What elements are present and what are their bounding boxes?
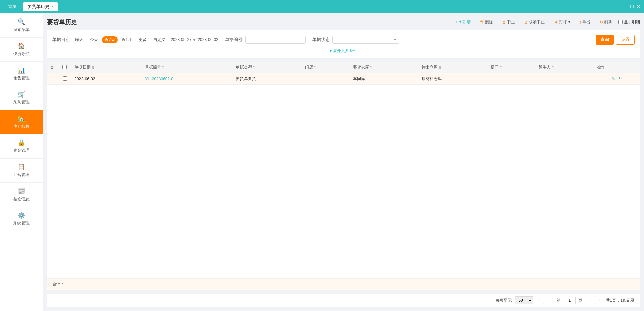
refresh-button[interactable]: ↻ 刷新 xyxy=(596,17,615,27)
finance-icon: 🔒 xyxy=(18,139,25,146)
date-tab-last7days[interactable]: 近7天 xyxy=(102,36,118,43)
status-select[interactable] xyxy=(332,36,399,44)
doc-number-link[interactable]: YH-20230602-0 xyxy=(145,77,173,81)
stop-button[interactable]: ⊗ 中止 xyxy=(499,17,518,27)
page-label: 第 xyxy=(557,298,561,303)
date-tab-more[interactable]: 更多 xyxy=(136,36,149,43)
cancel-stop-button[interactable]: ⊘ 取消中止 xyxy=(521,17,548,27)
page-header: 要货单历史 ＋ + 新增 🗑 删除 ⊗ 中止 ⊘ 取消中止 xyxy=(47,17,640,27)
sort-request-warehouse-icon[interactable]: ⇅ xyxy=(370,65,373,69)
tab-close-icon[interactable]: × xyxy=(51,4,54,9)
expand-down-icon: ▾ xyxy=(330,49,332,53)
sidebar-item-label: 系统管理 xyxy=(13,220,30,226)
expand-label: 展开更多条件 xyxy=(333,48,357,54)
sidebar-item-purchase-mgmt[interactable]: 🛒 采购管理 xyxy=(0,86,43,110)
stop-icon: ⊗ xyxy=(502,20,506,25)
plus-icon: ＋ xyxy=(454,19,458,25)
doc-number-input[interactable] xyxy=(245,36,306,44)
sort-handler-icon[interactable]: ⇅ xyxy=(552,65,555,69)
sort-pending-warehouse-icon[interactable]: ⇅ xyxy=(439,65,441,69)
sort-doc-date-icon[interactable]: ⇅ xyxy=(92,65,94,69)
export-icon: ↑ xyxy=(579,20,581,25)
delete-icon: 🗑 xyxy=(480,20,484,25)
date-tab-custom[interactable]: 自定义 xyxy=(151,36,168,43)
date-range-value: 2023-05-27 至 2023-06-02 xyxy=(171,37,218,43)
doc-number-label: 单据编号 xyxy=(225,37,243,43)
top-bar: 首页 要货单历史 × — □ × xyxy=(0,0,644,13)
maximize-icon[interactable]: □ xyxy=(630,4,634,10)
more-action-icon[interactable]: ⠿ xyxy=(619,76,622,82)
sidebar-item-label: 经营管理 xyxy=(13,172,30,178)
inventory-icon: 🏡 xyxy=(18,115,25,122)
date-tab-today[interactable]: 今天 xyxy=(87,36,101,43)
per-page-select[interactable]: 50 100 xyxy=(515,296,533,304)
sort-doc-number-icon[interactable]: ⇅ xyxy=(162,65,165,69)
new-label: + 新增 xyxy=(459,19,471,25)
tab-home[interactable]: 首页 xyxy=(4,2,21,11)
sidebar-item-finance-mgmt[interactable]: 🔒 资金管理 xyxy=(0,134,43,159)
sidebar-item-sys-mgmt[interactable]: ⚙️ 系统管理 xyxy=(0,207,43,231)
col-dept: 部门 ⇅ xyxy=(487,62,535,73)
print-dropdown-icon: ▾ xyxy=(568,20,570,24)
edit-action-icon[interactable]: ✎ xyxy=(612,76,616,82)
sidebar-item-ops-mgmt[interactable]: 📋 经营管理 xyxy=(0,159,43,183)
sidebar: 🔍 搜索菜单 🏠 快捷导航 📊 销售管理 🛒 采购管理 🏡 库存核算 🔒 资金管… xyxy=(0,13,43,311)
select-all-checkbox[interactable] xyxy=(62,65,67,69)
base-info-icon: 📰 xyxy=(18,187,25,195)
cell-request-warehouse: 车间库 xyxy=(350,73,418,85)
summary-label: 合计： xyxy=(52,281,64,287)
cell-store xyxy=(302,73,350,85)
cell-checkbox xyxy=(59,73,71,85)
new-button[interactable]: ＋ + 新增 xyxy=(451,17,474,27)
sidebar-item-label: 资金管理 xyxy=(13,148,30,153)
cell-doc-number: YH-20230602-0 xyxy=(142,73,232,85)
sidebar-item-sales-mgmt[interactable]: 📊 销售管理 xyxy=(0,62,43,86)
minimize-icon[interactable]: — xyxy=(622,4,627,10)
show-detail-toggle[interactable]: 显示明细 xyxy=(618,19,640,25)
row-checkbox[interactable] xyxy=(63,76,67,81)
cell-actions: ✎ ⠿ xyxy=(594,73,640,85)
sidebar-item-label: 库存核算 xyxy=(13,124,30,129)
export-label: 导出 xyxy=(582,19,590,25)
window-controls: — □ × xyxy=(622,4,640,10)
sidebar-item-inventory[interactable]: 🏡 库存核算 xyxy=(0,110,43,134)
sidebar-item-search-menu[interactable]: 🔍 搜索菜单 xyxy=(0,13,43,38)
delete-button[interactable]: 🗑 删除 xyxy=(477,17,496,27)
purchase-icon: 🛒 xyxy=(18,91,25,98)
main-layout: 🔍 搜索菜单 🏠 快捷导航 📊 销售管理 🛒 采购管理 🏡 库存核算 🔒 资金管… xyxy=(0,13,644,311)
ops-icon: 📋 xyxy=(18,163,25,171)
date-filter-label: 单据日期 xyxy=(52,37,70,43)
query-button[interactable]: 查询 xyxy=(596,35,614,45)
sidebar-item-base-info[interactable]: 📰 基础信息 xyxy=(0,183,43,207)
first-page-button[interactable]: « xyxy=(536,297,544,304)
expand-button[interactable]: ▾ 展开更多条件 xyxy=(330,48,357,54)
print-button[interactable]: 🖨 打印 ▾ xyxy=(551,17,573,27)
sidebar-item-label: 销售管理 xyxy=(13,75,30,81)
sidebar-item-quick-nav[interactable]: 🏠 快捷导航 xyxy=(0,38,43,62)
last-page-button[interactable]: » xyxy=(595,297,603,304)
sort-doc-type-icon[interactable]: ⇅ xyxy=(253,65,256,69)
sidebar-item-label: 采购管理 xyxy=(13,99,30,105)
date-filter: 单据日期 昨天 今天 近7天 近1月 更多 自定义 2023-05-27 至 2… xyxy=(52,36,218,43)
show-detail-checkbox[interactable] xyxy=(618,20,623,24)
sort-store-icon[interactable]: ⇅ xyxy=(314,65,317,69)
date-tab-yesterday[interactable]: 昨天 xyxy=(72,36,86,43)
footer-summary: 合计： xyxy=(47,278,640,290)
col-pending-warehouse: 待出仓库 ⇅ xyxy=(418,62,488,73)
settings-button[interactable]: 设置 xyxy=(616,35,635,45)
sales-icon: 📊 xyxy=(18,66,25,74)
close-window-icon[interactable]: × xyxy=(637,4,640,10)
tab-purchase-history[interactable]: 要货单历史 × xyxy=(23,2,58,11)
print-icon: 🖨 xyxy=(554,20,558,25)
page-input[interactable] xyxy=(564,297,576,304)
next-page-button[interactable]: › xyxy=(585,297,592,304)
prev-page-button[interactable]: ‹ xyxy=(547,297,554,304)
date-tab-last1month[interactable]: 近1月 xyxy=(119,36,135,43)
sidebar-item-label: 基础信息 xyxy=(13,196,30,202)
toolbar: ＋ + 新增 🗑 删除 ⊗ 中止 ⊘ 取消中止 🖨 打印 xyxy=(451,17,640,27)
column-settings-icon[interactable]: ⚙ xyxy=(50,65,54,70)
export-button[interactable]: ↑ 导出 xyxy=(576,17,594,27)
expand-row: ▾ 展开更多条件 xyxy=(52,48,635,54)
sort-dept-icon[interactable]: ⇅ xyxy=(500,65,503,69)
page-suffix: 页 xyxy=(578,298,582,303)
